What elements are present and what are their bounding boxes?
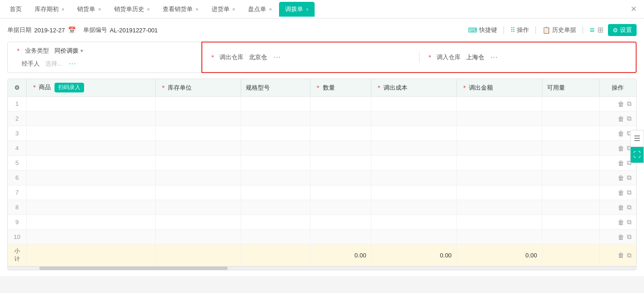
cell-unit[interactable] bbox=[155, 126, 241, 141]
history-action[interactable]: 📋 历史单据 bbox=[542, 26, 576, 34]
cell-product[interactable] bbox=[26, 171, 155, 185]
business-type-select[interactable]: 同价调拨 ▾ bbox=[52, 47, 83, 55]
close-tab-inventory-init[interactable]: × bbox=[61, 6, 64, 12]
cell-spec[interactable] bbox=[241, 185, 310, 200]
cell-available[interactable] bbox=[542, 185, 599, 200]
cell-quantity[interactable] bbox=[310, 215, 371, 230]
cell-unit[interactable] bbox=[155, 230, 241, 244]
cell-amount[interactable] bbox=[456, 200, 542, 215]
tab-view-sales[interactable]: 查看销货单 × bbox=[157, 2, 204, 17]
grid-view-icon[interactable]: ⊞ bbox=[597, 25, 603, 35]
cell-amount[interactable] bbox=[456, 230, 542, 244]
row-copy-icon[interactable]: ⧉ bbox=[627, 115, 632, 122]
cell-spec[interactable] bbox=[241, 215, 310, 230]
cell-cost[interactable] bbox=[371, 141, 456, 156]
row-delete-icon[interactable]: 🗑 bbox=[618, 115, 624, 122]
cell-product[interactable] bbox=[26, 200, 155, 215]
calendar-icon[interactable]: 📅 bbox=[68, 26, 76, 34]
close-tab-purchase[interactable]: × bbox=[232, 6, 235, 12]
row-delete-icon[interactable]: 🗑 bbox=[618, 233, 624, 241]
close-tab-view-sales[interactable]: × bbox=[195, 6, 198, 12]
cell-quantity[interactable] bbox=[310, 97, 371, 111]
cell-available[interactable] bbox=[542, 141, 599, 156]
cell-quantity[interactable] bbox=[310, 141, 371, 156]
cell-available[interactable] bbox=[542, 200, 599, 215]
row-delete-icon[interactable]: 🗑 bbox=[618, 130, 624, 137]
cell-cost[interactable] bbox=[371, 126, 456, 141]
row-copy-icon[interactable]: ⧉ bbox=[627, 100, 632, 108]
cell-unit[interactable] bbox=[155, 185, 241, 200]
cell-spec[interactable] bbox=[241, 156, 310, 171]
cell-amount[interactable] bbox=[456, 156, 542, 171]
cell-product[interactable] bbox=[26, 230, 155, 244]
list-view-icon[interactable]: ≡ bbox=[589, 25, 595, 35]
cell-product[interactable] bbox=[26, 141, 155, 156]
sidebar-list-btn[interactable]: ☰ bbox=[631, 130, 644, 147]
cell-available[interactable] bbox=[542, 97, 599, 111]
close-tab-transfer[interactable]: × bbox=[306, 6, 309, 12]
tab-sales-history[interactable]: 销货单历史 × bbox=[108, 2, 156, 17]
row-delete-icon[interactable]: 🗑 bbox=[618, 219, 624, 226]
close-window-icon[interactable]: ✕ bbox=[627, 3, 640, 15]
tab-purchase[interactable]: 进货单 × bbox=[206, 2, 241, 17]
cell-unit[interactable] bbox=[155, 141, 241, 156]
cell-quantity[interactable] bbox=[310, 185, 371, 200]
cell-product[interactable] bbox=[26, 111, 155, 126]
cell-spec[interactable] bbox=[241, 141, 310, 156]
tab-inventory-init[interactable]: 库存期初 × bbox=[29, 2, 70, 17]
cell-quantity[interactable] bbox=[310, 126, 371, 141]
cell-amount[interactable] bbox=[456, 171, 542, 185]
person-placeholder[interactable]: 选择... bbox=[45, 60, 62, 68]
cell-cost[interactable] bbox=[371, 185, 456, 200]
cell-spec[interactable] bbox=[241, 171, 310, 185]
settings-button[interactable]: ⚙ 设置 bbox=[608, 24, 637, 36]
tab-stocktake[interactable]: 盘点单 × bbox=[242, 2, 278, 17]
row-copy-icon[interactable]: ⧉ bbox=[627, 218, 632, 226]
row-copy-icon[interactable]: ⧉ bbox=[627, 189, 632, 196]
cell-quantity[interactable] bbox=[310, 111, 371, 126]
cell-quantity[interactable] bbox=[310, 171, 371, 185]
cell-quantity[interactable] bbox=[310, 156, 371, 171]
cell-unit[interactable] bbox=[155, 215, 241, 230]
row-copy-icon[interactable]: ⧉ bbox=[627, 174, 632, 182]
cell-unit[interactable] bbox=[155, 171, 241, 185]
cell-spec[interactable] bbox=[241, 126, 310, 141]
th-settings[interactable]: ⚙ bbox=[8, 79, 26, 97]
close-tab-sales-history[interactable]: × bbox=[147, 6, 150, 12]
tab-sales-order[interactable]: 销货单 × bbox=[71, 2, 107, 17]
close-tab-stocktake[interactable]: × bbox=[269, 6, 272, 12]
cell-cost[interactable] bbox=[371, 230, 456, 244]
row-delete-icon[interactable]: 🗑 bbox=[618, 204, 624, 211]
close-tab-sales-order[interactable]: × bbox=[98, 6, 101, 12]
scan-button[interactable]: 扫码录入 bbox=[55, 83, 84, 92]
row-copy-icon[interactable]: ⧉ bbox=[627, 203, 632, 211]
cell-spec[interactable] bbox=[241, 200, 310, 215]
cell-amount[interactable] bbox=[456, 141, 542, 156]
row-delete-icon[interactable]: 🗑 bbox=[618, 145, 624, 152]
shortcuts-action[interactable]: ⌨ 快捷键 bbox=[468, 26, 497, 34]
cell-spec[interactable] bbox=[241, 97, 310, 111]
tab-transfer[interactable]: 调拨单 × bbox=[279, 2, 315, 17]
cell-unit[interactable] bbox=[155, 156, 241, 171]
cell-amount[interactable] bbox=[456, 185, 542, 200]
cell-available[interactable] bbox=[542, 156, 599, 171]
cell-unit[interactable] bbox=[155, 111, 241, 126]
row-copy-icon[interactable]: ⧉ bbox=[627, 251, 632, 259]
row-copy-icon[interactable]: ⧉ bbox=[627, 233, 632, 241]
out-warehouse-more-icon[interactable]: ··· bbox=[273, 53, 281, 61]
row-delete-icon[interactable]: 🗑 bbox=[618, 159, 624, 167]
row-delete-icon[interactable]: 🗑 bbox=[618, 251, 624, 259]
operations-action[interactable]: ⠿ 操作 bbox=[510, 26, 529, 34]
cell-cost[interactable] bbox=[371, 111, 456, 126]
horizontal-scrollbar[interactable] bbox=[8, 266, 636, 270]
sidebar-expand-btn[interactable]: ⛶ bbox=[631, 147, 644, 163]
cell-quantity[interactable] bbox=[310, 230, 371, 244]
tab-home[interactable]: 首页 bbox=[4, 2, 28, 17]
cell-available[interactable] bbox=[542, 126, 599, 141]
cell-product[interactable] bbox=[26, 156, 155, 171]
row-delete-icon[interactable]: 🗑 bbox=[618, 100, 624, 108]
row-delete-icon[interactable]: 🗑 bbox=[618, 174, 624, 182]
cell-product[interactable] bbox=[26, 215, 155, 230]
cell-available[interactable] bbox=[542, 111, 599, 126]
cell-cost[interactable] bbox=[371, 171, 456, 185]
